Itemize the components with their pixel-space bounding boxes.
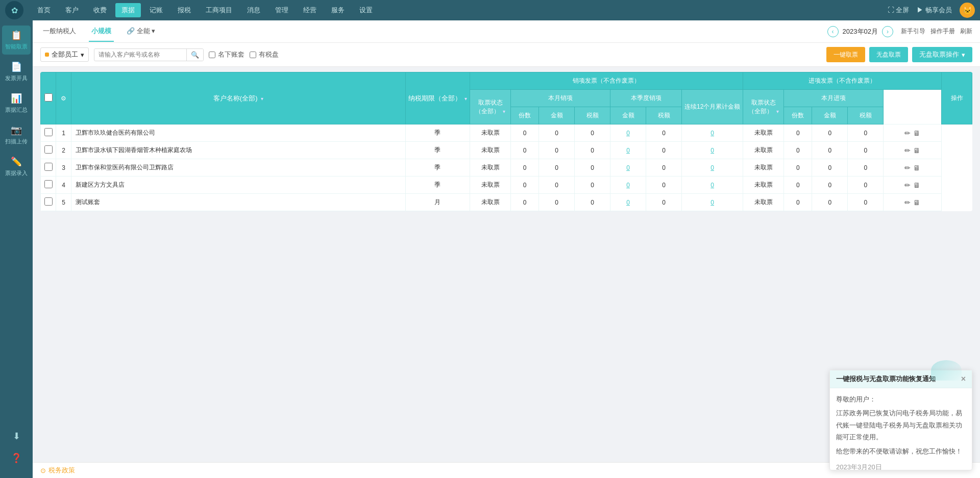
- row-index: 1: [56, 124, 71, 142]
- view-icon[interactable]: 🖥: [913, 129, 920, 137]
- policy-icon: ⊙: [40, 467, 46, 474]
- one-key-btn[interactable]: 一键取票: [826, 47, 865, 62]
- employee-filter-label: 全部员工: [52, 50, 78, 59]
- nav-tax[interactable]: 报税: [172, 3, 197, 17]
- row-checkbox-cell[interactable]: [41, 159, 56, 177]
- row-quarter-amount[interactable]: 0: [610, 177, 646, 194]
- filter-dropdown-icon: ▾: [81, 51, 84, 59]
- row-sales-status: 未取票: [470, 124, 511, 142]
- nav-message[interactable]: 消息: [241, 3, 266, 17]
- row-cum12-amount[interactable]: 0: [682, 142, 743, 159]
- edit-icon[interactable]: ✏: [904, 164, 911, 172]
- row-actions: ✏ 🖥: [884, 124, 942, 142]
- no-disk-btn[interactable]: 无盘取票: [869, 47, 908, 62]
- sidebar-item-smart-invoice[interactable]: 📋 智能取票: [2, 26, 31, 55]
- row-sales-copies: 0: [511, 159, 539, 177]
- sales-quarter-tax-header: 税额: [646, 107, 682, 124]
- purchase-status-filter[interactable]: ▾: [776, 109, 779, 114]
- nav-billing[interactable]: 收费: [87, 3, 113, 17]
- row-checkbox-cell[interactable]: [41, 177, 56, 194]
- tax-period-filter-icon[interactable]: ▾: [464, 96, 467, 102]
- row-purchase-tax: 0: [848, 194, 884, 211]
- row-checkbox[interactable]: [44, 145, 53, 154]
- sidebar-item-help[interactable]: ❓: [2, 448, 31, 468]
- row-purchase-amount: 0: [812, 142, 848, 159]
- row-quarter-amount[interactable]: 0: [610, 194, 646, 211]
- row-cum12-amount[interactable]: 0: [682, 177, 743, 194]
- view-icon[interactable]: 🖥: [913, 198, 920, 207]
- row-quarter-amount[interactable]: 0: [610, 124, 646, 142]
- tab-all-in-one[interactable]: 🔗 全能 ▾: [124, 21, 158, 42]
- cum12-header: 连续12个月累计金额: [682, 90, 743, 124]
- edit-icon[interactable]: ✏: [904, 129, 911, 137]
- row-customer: 卫辉市汲水镇下园湖香烟菅木种植家庭农场: [71, 142, 406, 159]
- row-cum12-amount[interactable]: 0: [682, 194, 743, 211]
- edit-icon[interactable]: ✏: [904, 181, 911, 189]
- sidebar-invoice-entry-label: 票据录入: [5, 169, 28, 177]
- search-input[interactable]: [94, 49, 186, 60]
- row-sales-status: 未取票: [470, 159, 511, 177]
- sidebar-item-download[interactable]: ⬇: [2, 426, 31, 446]
- row-checkbox-cell[interactable]: [41, 194, 56, 211]
- period-prev-btn[interactable]: ‹: [827, 26, 839, 37]
- sales-month-copies-header: 份数: [511, 107, 539, 124]
- sidebar-item-invoice-entry[interactable]: ✏️ 票据录入: [2, 152, 31, 181]
- nav-accounting[interactable]: 记账: [143, 3, 169, 17]
- row-purchase-tax: 0: [848, 177, 884, 194]
- notification-close-btn[interactable]: ×: [961, 374, 966, 384]
- row-cum12-amount[interactable]: 0: [682, 159, 743, 177]
- row-checkbox[interactable]: [44, 180, 53, 188]
- sidebar-item-invoice-summary[interactable]: 📊 票据汇总: [2, 89, 31, 118]
- row-sales-tax: 0: [575, 159, 610, 177]
- user-avatar[interactable]: 🐱: [960, 3, 975, 18]
- nav-manage[interactable]: 管理: [269, 3, 295, 17]
- nav-business[interactable]: 工商项目: [200, 3, 238, 17]
- row-quarter-amount[interactable]: 0: [610, 142, 646, 159]
- view-icon[interactable]: 🖥: [913, 146, 920, 155]
- view-icon[interactable]: 🖥: [913, 164, 920, 172]
- row-checkbox-cell[interactable]: [41, 142, 56, 159]
- sidebar-item-scan-upload[interactable]: 📷 扫描上传: [2, 120, 31, 149]
- edit-icon[interactable]: ✏: [904, 198, 911, 207]
- member-btn[interactable]: ▶ 畅享会员: [917, 6, 952, 15]
- refresh-link[interactable]: 刷新: [960, 27, 972, 36]
- manual-link[interactable]: 操作手册: [930, 27, 955, 36]
- customer-filter-icon[interactable]: ▾: [261, 96, 263, 102]
- row-sales-copies: 0: [511, 142, 539, 159]
- row-quarter-amount[interactable]: 0: [610, 159, 646, 177]
- settings-col-header: ⚙: [56, 72, 71, 124]
- new-user-guide-link[interactable]: 新手引导: [901, 27, 925, 36]
- my-accounts-checkbox[interactable]: [209, 52, 215, 58]
- nav-settings[interactable]: 设置: [353, 3, 379, 17]
- nav-operation[interactable]: 经营: [297, 3, 323, 17]
- nav-service[interactable]: 服务: [325, 3, 351, 17]
- search-box: 🔍: [94, 48, 204, 61]
- nav-customer[interactable]: 客户: [59, 3, 85, 17]
- tab-general-taxpayer[interactable]: 一般纳税人: [40, 21, 79, 42]
- row-checkbox[interactable]: [44, 197, 53, 206]
- edit-icon[interactable]: ✏: [904, 146, 911, 155]
- tax-disk-checkbox[interactable]: [250, 52, 256, 58]
- fullscreen-btn[interactable]: ⛶ 全屏: [888, 6, 910, 15]
- row-tax-period: 月: [405, 194, 470, 211]
- search-button[interactable]: 🔍: [186, 49, 203, 61]
- tab-small-scale[interactable]: 小规模: [89, 21, 114, 42]
- sidebar-item-issue-invoice[interactable]: 📄 发票开具: [2, 57, 31, 86]
- select-all-checkbox[interactable]: [44, 93, 53, 102]
- nav-home[interactable]: 首页: [31, 3, 57, 17]
- top-navigation: ✿ 首页 客户 收费 票据 记账 报税 工商项目 消息 管理 经营 服务 设置 …: [0, 0, 980, 20]
- nav-invoice[interactable]: 票据: [115, 3, 141, 17]
- row-checkbox-cell[interactable]: [41, 124, 56, 142]
- row-checkbox[interactable]: [44, 128, 53, 136]
- row-purchase-amount: 0: [812, 177, 848, 194]
- my-accounts-filter[interactable]: 名下账套: [209, 50, 244, 59]
- sales-status-filter[interactable]: ▾: [503, 109, 505, 114]
- employee-filter[interactable]: 全部员工 ▾: [40, 47, 89, 62]
- row-cum12-amount[interactable]: 0: [682, 124, 743, 142]
- period-next-btn[interactable]: ›: [882, 26, 893, 37]
- view-icon[interactable]: 🖥: [913, 181, 920, 189]
- row-checkbox[interactable]: [44, 163, 53, 171]
- no-disk-ops-btn[interactable]: 无盘取票操作 ▾: [912, 47, 972, 62]
- tax-policy-link[interactable]: 税务政策: [48, 466, 75, 475]
- tax-disk-filter[interactable]: 有税盘: [250, 50, 279, 59]
